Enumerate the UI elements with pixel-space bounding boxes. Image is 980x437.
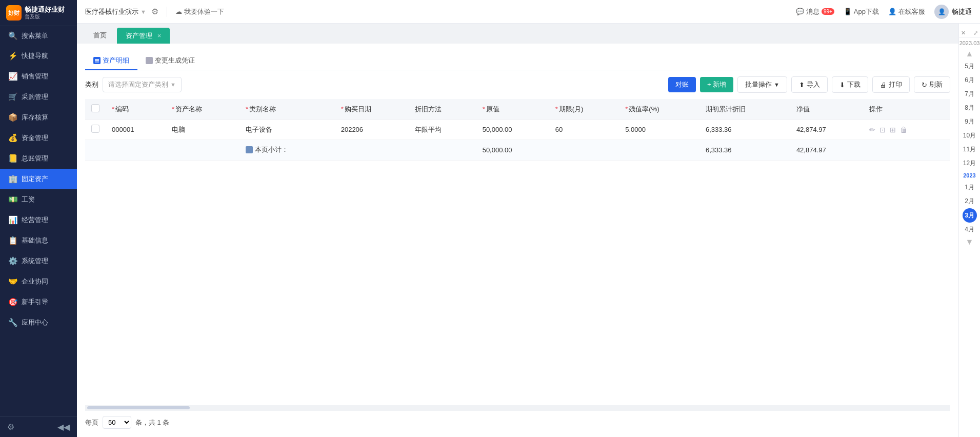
sidebar-item-label: 快捷导航 [22,51,48,61]
panel-up-arrow[interactable]: ▲ [965,48,975,59]
experience-btn[interactable]: ☁ 我要体验一下 [175,7,224,16]
sidebar-item-salary[interactable]: 💵 工资 [0,189,77,210]
collapse-icon[interactable]: ◀◀ [57,422,70,432]
online-service-btn[interactable]: 👤 在线客服 [888,7,925,16]
cell-category: 电子设备 [239,120,335,140]
settings-gear-icon[interactable]: ⚙ [151,7,158,16]
horizontal-scrollbar[interactable] [85,405,950,410]
tab-asset-management[interactable]: 资产管理 × [117,28,170,44]
print-icon: 🖨 [880,81,887,89]
panel-down-arrow[interactable]: ▼ [965,236,975,248]
month-10[interactable]: 10月 [961,129,979,143]
delete-icon[interactable]: 🗑 [900,126,907,134]
page-size-select[interactable]: 50 100 200 [103,416,131,429]
year-display: 2023.03 [958,38,980,48]
month-12[interactable]: 12月 [961,156,979,170]
sidebar-item-app-center[interactable]: 🔧 应用中心 [0,312,77,333]
month-9[interactable]: 9月 [961,115,979,129]
subtotal-original-value: 50,000.00 [476,140,549,161]
system-icon: ⚙️ [8,256,17,266]
purchase-icon: 🛒 [8,92,17,102]
tab-asset-label: 资产管理 [126,32,152,39]
tab-close-icon[interactable]: × [157,32,162,39]
panel-close-icon[interactable]: ✕ [961,30,966,36]
sidebar-item-fixed-assets[interactable]: 🏢 固定资产 [0,169,77,189]
month-6[interactable]: 6月 [961,73,979,87]
service-icon: 👤 [888,8,896,15]
sidebar-item-system[interactable]: ⚙️ 系统管理 [0,251,77,271]
sidebar-item-purchase[interactable]: 🛒 采购管理 [0,87,77,107]
ledger-icon: 📒 [8,154,17,163]
sidebar-item-inventory[interactable]: 📦 库存核算 [0,107,77,128]
more-icon[interactable]: ⊞ [890,126,896,134]
avatar: 👤 [934,5,949,19]
select-all-checkbox[interactable] [91,104,99,112]
sidebar-item-search[interactable]: 🔍 搜索菜单 [0,26,77,46]
month-5[interactable]: 5月 [961,59,979,73]
right-panel: ✕ ⤢ 2023.03 ▲ 5月 6月 7月 8月 9月 10月 11月 12月… [958,24,980,437]
total-count: 条，共 1 条 [135,418,169,427]
copy-icon[interactable]: ⊡ [879,126,886,134]
month-1[interactable]: 1月 [961,181,979,194]
fixed-assets-icon: 🏢 [8,174,17,184]
col-net-value: 净值 [790,99,863,120]
col-depreciation-method: 折旧方法 [409,99,476,120]
cell-depreciation-method: 年限平均 [409,120,476,140]
user-menu[interactable]: 👤 畅捷通 [934,5,972,19]
print-button[interactable]: 🖨 打印 [872,76,910,93]
row-checkbox-cell [85,120,106,140]
sidebar-item-guide[interactable]: 🎯 新手引导 [0,292,77,312]
app-download-btn[interactable]: 📱 App下载 [844,7,879,16]
batch-dropdown-icon: ▼ [774,82,779,88]
month-3[interactable]: 3月 [963,208,977,223]
edit-icon[interactable]: ✏ [869,126,875,134]
tab-home[interactable]: 首页 [85,28,115,44]
subtab-asset-detail[interactable]: 资产明细 [85,52,137,70]
sidebar-item-quick-nav[interactable]: ⚡ 快捷导航 [0,46,77,66]
search-icon: 🔍 [8,31,17,41]
company-dropdown-icon: ▼ [141,9,146,15]
new-button[interactable]: + 新增 [700,77,733,92]
settings-icon[interactable]: ⚙ [7,422,14,432]
month-8[interactable]: 8月 [961,101,979,115]
month-11[interactable]: 11月 [961,143,979,156]
sidebar-item-funds[interactable]: 💰 资金管理 [0,128,77,148]
batch-label: 批量操作 [745,80,772,89]
sidebar-item-label: 经营管理 [22,215,48,225]
batch-operations-button[interactable]: 批量操作 ▼ [737,76,787,93]
panel-expand-icon[interactable]: ⤢ [973,30,978,36]
sidebar-item-cooperation[interactable]: 🤝 企业协同 [0,271,77,292]
logo-icon: 好财 [6,5,22,21]
month-4[interactable]: 4月 [961,223,979,236]
sidebar-item-operations[interactable]: 📊 经营管理 [0,210,77,230]
company-selector[interactable]: 医疗器械行业演示 ▼ [85,7,146,16]
reconcile-button[interactable]: 对账 [668,77,696,92]
asset-detail-icon [93,57,101,64]
scrollbar-thumb[interactable] [87,406,190,409]
download-button[interactable]: ⬇ 下载 [832,76,868,93]
sidebar-bottom: ⚙ ◀◀ [0,416,77,437]
subtab-change-voucher[interactable]: 变更生成凭证 [137,52,203,70]
sidebar-item-basic-info[interactable]: 📋 基础信息 [0,230,77,251]
col-actions: 操作 [863,99,950,120]
company-name: 医疗器械行业演示 [85,7,138,16]
month-2[interactable]: 2月 [961,194,979,208]
category-filter[interactable]: 请选择固定资产类别 ▼ [103,77,182,92]
toolbar: 类别 请选择固定资产类别 ▼ 对账 + 新增 批量操作 ▼ ⬆ 导入 ⬇ [85,76,950,93]
col-check [85,99,106,120]
change-voucher-icon [146,57,153,64]
row-checkbox[interactable] [91,125,99,133]
sidebar-item-label: 采购管理 [22,92,48,102]
current-year-label: 2023 [963,170,975,181]
refresh-button[interactable]: ↻ 刷新 [914,76,950,93]
app-edition: 普及版 [25,14,65,20]
messages-btn[interactable]: 💬 消息 99+ [796,7,834,16]
import-button[interactable]: ⬆ 导入 [791,76,828,93]
col-accumulated-depreciation: 期初累计折旧 [699,99,790,120]
table-row: 000001 电脑 电子设备 202206 年限平均 50,000.00 60 … [85,120,950,140]
tab-home-label: 首页 [93,31,107,39]
table-header-row: *编码 *资产名称 *类别名称 *购买日期 折旧方法 *原值 *期限(月) *残… [85,99,950,120]
month-7[interactable]: 7月 [961,87,979,101]
sidebar-item-sales[interactable]: 📈 销售管理 [0,66,77,87]
sidebar-item-ledger[interactable]: 📒 总账管理 [0,148,77,169]
